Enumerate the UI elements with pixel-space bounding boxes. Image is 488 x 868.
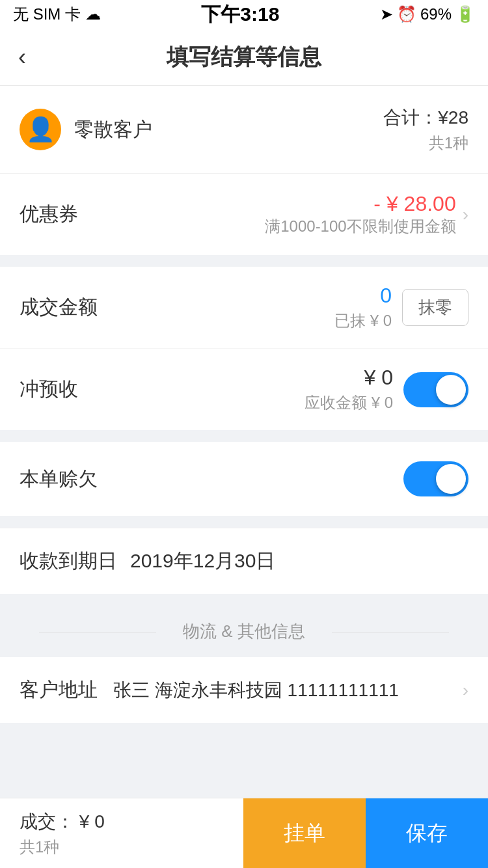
deal-section: 成交金额 0 已抹 ¥ 0 抹零 冲预收 ¥ 0 应收金额 ¥ 0 — [0, 267, 488, 430]
deal-amount-info: 0 已抹 ¥ 0 — [334, 284, 392, 331]
logistics-header: 物流 & 其他信息 — [0, 606, 488, 657]
status-bar: 无 SIM 卡 ☁ 下午3:18 ➤ ⏰ 69% 🔋 — [0, 0, 488, 29]
due-date-row: 收款到期日 2019年12月30日 — [0, 528, 488, 594]
customer-summary: 合计：¥28 共1种 — [383, 105, 468, 154]
customer-total: 合计：¥28 — [383, 105, 468, 130]
location-icon: ➤ — [380, 5, 393, 23]
debt-toggle[interactable] — [403, 461, 468, 496]
address-label: 客户地址 — [20, 677, 98, 703]
due-date-section: 收款到期日 2019年12月30日 — [0, 528, 488, 594]
advance-label: 冲预收 — [20, 376, 78, 403]
status-right: ➤ ⏰ 69% 🔋 — [380, 5, 475, 23]
alarm-icon: ⏰ — [397, 5, 416, 23]
pending-button[interactable]: 挂单 — [243, 798, 366, 869]
status-time: 下午3:18 — [201, 1, 279, 28]
advance-row: 冲预收 ¥ 0 应收金额 ¥ 0 — [0, 349, 488, 430]
advance-right: ¥ 0 应收金额 ¥ 0 — [305, 366, 468, 413]
advance-value: ¥ 0 — [305, 366, 393, 390]
avatar-icon: 👤 — [26, 116, 55, 143]
footer: 成交： ¥ 0 共1种 挂单 保存 — [0, 798, 488, 868]
address-section: 客户地址 张三 海淀永丰科技园 11111111111 › — [0, 657, 488, 723]
footer-info: 成交： ¥ 0 共1种 — [0, 809, 243, 858]
coupon-label: 优惠券 — [20, 201, 78, 228]
nav-bar: ‹ 填写结算等信息 — [0, 29, 488, 86]
customer-row: 👤 零散客户 合计：¥28 共1种 — [0, 86, 488, 173]
footer-deal-label: 成交： ¥ 0 — [20, 809, 224, 834]
coupon-desc: 满1000-100不限制使用金额 — [265, 216, 455, 237]
customer-left: 👤 零散客户 — [20, 109, 152, 150]
coupon-right: - ¥ 28.00 满1000-100不限制使用金额 › — [265, 192, 468, 237]
battery-icon: 🔋 — [455, 5, 475, 23]
chevron-right-icon: › — [463, 204, 468, 225]
customer-count: 共1种 — [383, 133, 468, 154]
deal-amount-label: 成交金额 — [20, 294, 98, 321]
debt-label: 本单赊欠 — [20, 466, 98, 493]
deal-amount-row: 成交金额 0 已抹 ¥ 0 抹零 — [0, 267, 488, 349]
advance-toggle[interactable] — [403, 372, 468, 407]
sim-label: 无 SIM 卡 ☁ — [13, 4, 101, 25]
round-button[interactable]: 抹零 — [402, 289, 468, 326]
page-title: 填写结算等信息 — [167, 42, 321, 72]
coupon-value: - ¥ 28.00 — [265, 192, 455, 216]
deal-amount-sub: 已抹 ¥ 0 — [334, 310, 392, 331]
address-row[interactable]: 客户地址 张三 海淀永丰科技园 11111111111 › — [0, 657, 488, 723]
advance-info: ¥ 0 应收金额 ¥ 0 — [305, 366, 393, 413]
coupon-row[interactable]: 优惠券 - ¥ 28.00 满1000-100不限制使用金额 › — [0, 173, 488, 255]
due-date-value: 2019年12月30日 — [130, 548, 275, 575]
logistics-label: 物流 & 其他信息 — [183, 621, 305, 641]
coupon-info: - ¥ 28.00 满1000-100不限制使用金额 — [265, 192, 455, 237]
deal-amount-right: 0 已抹 ¥ 0 抹零 — [334, 284, 468, 331]
customer-name: 零散客户 — [74, 116, 152, 143]
customer-avatar: 👤 — [20, 109, 61, 150]
debt-section: 本单赊欠 — [0, 442, 488, 516]
save-button[interactable]: 保存 — [366, 798, 488, 869]
battery-label: 69% — [420, 5, 452, 23]
deal-amount-value: 0 — [334, 284, 392, 308]
advance-sub: 应收金额 ¥ 0 — [305, 392, 393, 413]
address-value: 张三 海淀永丰科技园 11111111111 — [113, 678, 463, 703]
footer-count-label: 共1种 — [20, 837, 224, 858]
address-chevron-icon: › — [463, 680, 468, 701]
back-button[interactable]: ‹ — [18, 44, 26, 71]
due-date-label: 收款到期日 — [20, 548, 117, 575]
customer-section: 👤 零散客户 合计：¥28 共1种 优惠券 - ¥ 28.00 满1000-10… — [0, 86, 488, 255]
status-left: 无 SIM 卡 ☁ — [13, 4, 101, 25]
